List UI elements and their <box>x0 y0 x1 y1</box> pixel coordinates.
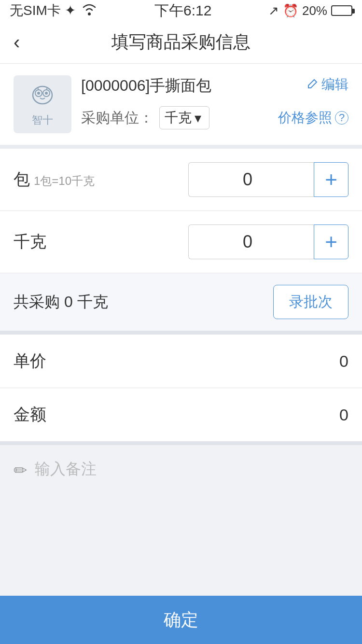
svg-point-4 <box>37 92 40 95</box>
unit-select[interactable]: 千克 ▾ <box>159 106 209 129</box>
status-time: 下午6:12 <box>154 1 211 21</box>
page-title: 填写商品采购信息 <box>111 30 251 54</box>
qty-input-kg[interactable] <box>188 224 314 259</box>
summary-row: 共采购 0 千克 录批次 <box>0 273 362 335</box>
product-thumbnail: 智十 <box>14 75 71 133</box>
nav-bar: ‹ 填写商品采购信息 <box>0 21 362 64</box>
status-left: 无SIM卡 ✦ <box>10 1 98 20</box>
location-icon: ↗ <box>268 3 279 18</box>
price-value: 0 <box>339 352 348 371</box>
confirm-button[interactable]: 确定 <box>0 596 362 644</box>
qty-row-kg: 千克 + <box>0 211 362 273</box>
record-batch-button[interactable]: 录批次 <box>273 285 348 319</box>
price-ref-label: 价格参照 <box>278 109 332 127</box>
price-label: 单价 <box>14 350 46 372</box>
product-card: 智十 [0000006]手撕面包 编辑 采购单位： 千克 ▾ 价格参照 <box>0 64 362 149</box>
remark-section[interactable]: ✏ 输入备注 <box>0 445 362 609</box>
price-amount-section: 单价 0 金额 0 <box>0 335 362 445</box>
price-ref-button[interactable]: 价格参照 ? <box>278 109 348 127</box>
product-info-bottom: 采购单位： 千克 ▾ 价格参照 ? <box>81 106 348 129</box>
amount-label: 金额 <box>14 404 46 426</box>
svg-point-5 <box>45 92 48 95</box>
price-row: 单价 0 <box>0 335 362 388</box>
status-bar: 无SIM卡 ✦ 下午6:12 ↗ ⏰ 20% <box>0 0 362 21</box>
product-info: [0000006]手撕面包 编辑 采购单位： 千克 ▾ 价格参照 ? <box>81 75 348 129</box>
unit-row: 采购单位： 千克 ▾ <box>81 106 209 129</box>
edit-button[interactable]: 编辑 <box>307 75 348 94</box>
unit-value: 千克 <box>165 109 192 127</box>
sim-label: 无SIM卡 ✦ <box>10 1 76 20</box>
qty-input-wrapper-kg: + <box>188 224 348 259</box>
wifi-icon <box>81 2 98 19</box>
battery-icon <box>331 5 352 16</box>
alarm-icon: ⏰ <box>283 3 298 18</box>
battery-percent: 20% <box>302 3 327 18</box>
qty-row-bao: 包1包=10千克 + <box>0 149 362 211</box>
qty-input-wrapper-bao: + <box>188 162 348 197</box>
back-button[interactable]: ‹ <box>14 31 20 53</box>
unit-label: 采购单位： <box>81 108 153 128</box>
remark-placeholder: 输入备注 <box>35 459 97 480</box>
summary-text: 共采购 0 千克 <box>14 292 108 313</box>
product-name: [0000006]手撕面包 <box>81 75 211 97</box>
qty-input-bao[interactable] <box>188 162 314 197</box>
status-right: ↗ ⏰ 20% <box>268 3 352 18</box>
dropdown-icon: ▾ <box>195 110 201 126</box>
product-thumb-label: 智十 <box>32 113 53 127</box>
product-thumb-owl-icon <box>28 82 57 111</box>
product-info-top: [0000006]手撕面包 编辑 <box>81 75 348 97</box>
qty-label-bao: 包1包=10千克 <box>14 168 188 191</box>
qty-plus-bao[interactable]: + <box>314 162 348 197</box>
confirm-label: 确定 <box>164 608 198 632</box>
pencil-icon: ✏ <box>14 461 27 480</box>
qty-label-kg: 千克 <box>14 231 188 253</box>
qty-sublabel-bao: 1包=10千克 <box>34 174 95 187</box>
amount-value: 0 <box>339 406 348 424</box>
amount-row: 金额 0 <box>0 388 362 445</box>
quantity-section: 包1包=10千克 + 千克 + <box>0 149 362 273</box>
help-icon: ? <box>335 111 348 125</box>
svg-point-0 <box>88 13 91 15</box>
qty-plus-kg[interactable]: + <box>314 224 348 259</box>
